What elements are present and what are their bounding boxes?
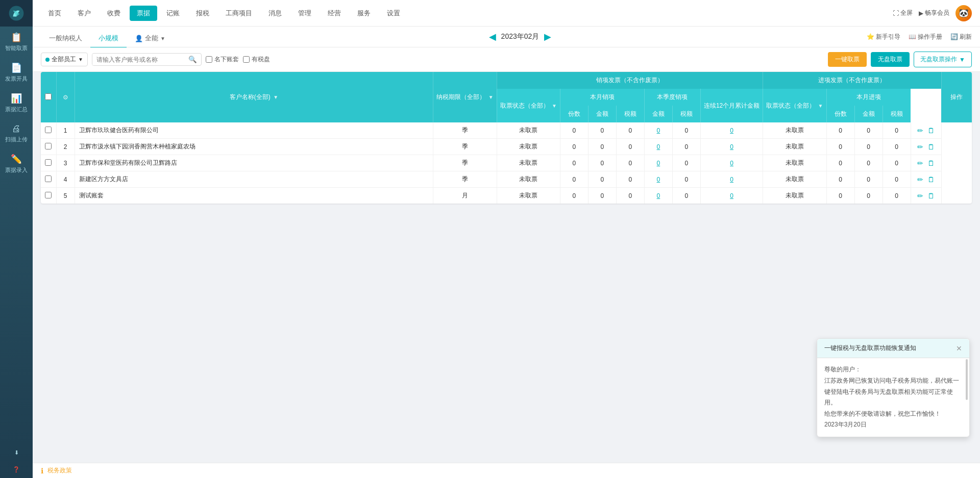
tab-all[interactable]: 👤 全能 ▼ — [127, 30, 174, 48]
row-checkbox-cell — [41, 171, 56, 188]
row-name: 卫辉市保和堂医药有限公司卫辉路店 — [75, 155, 433, 171]
sidebar: 📋 智能取票 📄 发票开具 📊 票据汇总 🖨 扫描上传 ✏️ 票据录入 ⬇ ❓ — [0, 0, 33, 478]
row-checkbox-cell — [41, 139, 56, 155]
row-p-amount: 0 — [854, 171, 883, 188]
sidebar-item-label: 智能取票 — [5, 44, 28, 52]
row-period: 季 — [433, 139, 497, 155]
sales-status-filter-icon[interactable]: ▼ — [552, 103, 557, 109]
search-input[interactable] — [92, 54, 184, 65]
account-checkbox[interactable] — [206, 56, 212, 63]
nav-manage[interactable]: 管理 — [291, 6, 318, 21]
taxdisk-checkbox-label[interactable]: 有税盘 — [243, 55, 270, 64]
row-cumulative: 0 — [700, 188, 763, 204]
row-cumulative: 0 — [700, 171, 763, 188]
employee-dropdown-icon: ▼ — [78, 57, 83, 62]
nav-home[interactable]: 首页 — [41, 6, 68, 21]
row-checkbox[interactable] — [45, 159, 52, 166]
no-disk-ops-btn[interactable]: 无盘取票操作 ▼ — [914, 52, 972, 67]
row-s-tax: 0 — [616, 188, 644, 204]
sidebar-item-label: 发票开具 — [5, 75, 28, 83]
row-checkbox-cell — [41, 155, 56, 171]
account-checkbox-label[interactable]: 名下账套 — [206, 55, 239, 64]
view-icon[interactable]: 🗒 — [927, 127, 935, 135]
edit-icon[interactable]: ✏ — [917, 192, 923, 200]
row-sales-status: 未取票 — [497, 155, 560, 171]
fetch-all-btn[interactable]: 一键取票 — [828, 52, 867, 67]
row-p-copies: 0 — [826, 171, 854, 188]
edit-icon[interactable]: ✏ — [917, 127, 923, 135]
new-guide-btn[interactable]: ⭐ 新手引导 — [867, 33, 900, 41]
toolbar-left: 全部员工 ▼ 🔍 名下账套 有税盘 — [41, 53, 823, 66]
nav-settings[interactable]: 设置 — [380, 6, 407, 21]
row-period: 季 — [433, 122, 497, 139]
sidebar-item-invoice-entry[interactable]: ✏️ 票据录入 — [0, 148, 33, 179]
sidebar-item-smart-fetch[interactable]: 📋 智能取票 — [0, 27, 33, 57]
nav-invoice[interactable]: 票据 — [130, 6, 157, 21]
notification-scrollbar[interactable] — [966, 359, 968, 400]
nav-accounting[interactable]: 记账 — [159, 6, 187, 21]
row-s-tax: 0 — [616, 155, 644, 171]
nav-message[interactable]: 消息 — [261, 6, 289, 21]
guide-icon: ⭐ — [867, 33, 874, 40]
edit-icon[interactable]: ✏ — [917, 159, 923, 167]
sidebar-item-invoice-summary[interactable]: 📊 票据汇总 — [0, 88, 33, 118]
nav-business[interactable]: 工商项目 — [218, 6, 259, 21]
edit-icon[interactable]: ✏ — [917, 143, 923, 151]
nav-customer[interactable]: 客户 — [70, 6, 98, 21]
sidebar-item-label: 扫描上传 — [5, 136, 28, 143]
view-icon[interactable]: 🗒 — [927, 143, 935, 151]
row-sq-amount: 0 — [644, 122, 672, 139]
period-prev-btn[interactable]: ◀ — [489, 31, 496, 42]
nav-items: 首页 客户 收费 票据 记账 报税 工商项目 消息 管理 经营 服务 设置 — [41, 6, 893, 21]
app-logo[interactable] — [0, 0, 33, 27]
tax-policy-link[interactable]: 税务政策 — [47, 466, 72, 475]
row-checkbox-cell — [41, 122, 56, 139]
edit-icon[interactable]: ✏ — [917, 175, 923, 184]
period-next-btn[interactable]: ▶ — [544, 31, 551, 42]
row-sq-tax: 0 — [672, 155, 700, 171]
taxdisk-checkbox[interactable] — [243, 56, 250, 63]
period-filter-icon[interactable]: ▼ — [488, 94, 494, 100]
employee-select[interactable]: 全部员工 ▼ — [41, 53, 88, 66]
view-icon[interactable]: 🗒 — [927, 192, 935, 200]
notification-close-btn[interactable]: ✕ — [956, 344, 962, 353]
toolbar: 全部员工 ▼ 🔍 名下账套 有税盘 — [33, 47, 980, 72]
refresh-btn[interactable]: 🔄 刷新 — [950, 33, 972, 41]
nav-tax[interactable]: 报税 — [189, 6, 216, 21]
th-s-amount: 金额 — [588, 106, 616, 122]
nav-collection[interactable]: 收费 — [100, 6, 128, 21]
row-purchase-status: 未取票 — [763, 139, 826, 155]
row-checkbox[interactable] — [45, 192, 52, 198]
sidebar-item-scan-upload[interactable]: 🖨 扫描上传 — [0, 118, 33, 148]
th-monthly-sales: 本月销项 — [560, 89, 644, 106]
purchase-status-filter-icon[interactable]: ▼ — [818, 103, 823, 109]
row-checkbox[interactable] — [45, 175, 52, 182]
settings-icon[interactable]: ⚙ — [63, 94, 68, 101]
sidebar-item-issue-invoice[interactable]: 📄 发票开具 — [0, 57, 33, 88]
sidebar-item-label: 票据录入 — [5, 166, 28, 174]
sidebar-help[interactable]: ❓ — [0, 461, 33, 478]
tab-general[interactable]: 一般纳税人 — [41, 30, 90, 48]
tab-small[interactable]: 小规模 — [90, 30, 127, 48]
customer-filter-icon[interactable]: ▼ — [273, 94, 278, 100]
nav-operation[interactable]: 经营 — [321, 6, 348, 21]
row-no: 1 — [56, 122, 75, 139]
fullscreen-btn[interactable]: ⛶ 全屏 — [893, 9, 913, 17]
row-checkbox[interactable] — [45, 143, 52, 149]
search-button[interactable]: 🔍 — [184, 54, 201, 65]
th-monthly-purchase: 本月进项 — [826, 89, 911, 106]
row-s-tax: 0 — [616, 122, 644, 139]
user-avatar[interactable]: 🐼 — [955, 5, 972, 21]
sidebar-download[interactable]: ⬇ — [0, 444, 33, 461]
row-name: 测试账套 — [75, 188, 433, 204]
nav-service[interactable]: 服务 — [350, 6, 378, 21]
row-checkbox[interactable] — [45, 127, 52, 133]
view-icon[interactable]: 🗒 — [927, 159, 935, 167]
manual-btn[interactable]: 📖 操作手册 — [909, 33, 942, 41]
member-btn[interactable]: ▶ 畅享会员 — [919, 9, 949, 17]
no-disk-fetch-btn[interactable]: 无盘取票 — [871, 52, 910, 67]
view-icon[interactable]: 🗒 — [927, 175, 935, 184]
select-all-checkbox[interactable] — [45, 93, 52, 100]
row-s-copies: 0 — [560, 155, 588, 171]
sidebar-bottom: ⬇ ❓ — [0, 444, 33, 478]
